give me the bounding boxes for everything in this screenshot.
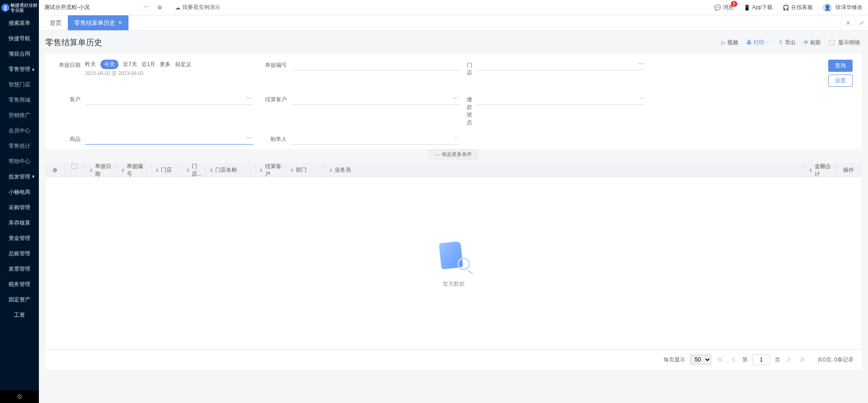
filter-maker: 制单人 ﹀ (261, 134, 467, 145)
filter-label-maker: 制单人 (261, 134, 291, 143)
filter-label-settlecust: 结算客户 (261, 94, 291, 103)
per-page-select[interactable]: 50 (690, 354, 711, 365)
video-button[interactable]: ▷视频 (721, 39, 738, 47)
docno-input[interactable] (291, 60, 460, 70)
process-selector[interactable]: 测试分开流程-小况 ﹀ (44, 4, 149, 11)
refresh-button[interactable]: ⟳刷新 (804, 39, 821, 47)
sidebar-item-project[interactable]: 项目合同 (0, 46, 39, 61)
date-tags: 昨天 今天 近7天 近1月 更多 自定义 (85, 60, 253, 69)
customer-input[interactable]: ⋯ (85, 94, 253, 105)
date-tag-last1m[interactable]: 近1月 (142, 61, 156, 68)
user-menu[interactable]: 👤 徐泽华修改 (823, 3, 863, 12)
page-prefix: 第 (742, 356, 748, 364)
maker-input[interactable]: ﹀ (291, 134, 460, 145)
sidebar-item-fixed-asset[interactable]: 固定资产 (0, 292, 39, 307)
th-amount[interactable]: ▲▼金额合计 (805, 164, 836, 177)
play-icon: ▷ (721, 39, 726, 46)
table-head: ⚙ ▲▼单据日期 ▲▼单据编号 ▲▼门店 ▲▼门店... ▲▼门店名称 ▲▼结算… (46, 164, 861, 177)
th-docno[interactable]: ▲▼单据编号 (117, 164, 152, 177)
last-page-icon[interactable] (797, 357, 806, 362)
close-icon[interactable]: ✕ (118, 20, 122, 26)
export-button[interactable]: ⇪导出 (778, 39, 796, 47)
search-button[interactable]: 查询 (828, 60, 853, 72)
sidebar-item-ledger[interactable]: 总账管理 (0, 246, 39, 261)
th-settle-customer[interactable]: ▲▼结算客户 (256, 164, 286, 177)
sidebar-item-search[interactable]: 搜索菜单 (0, 15, 39, 31)
th-store-name[interactable]: ▲▼门店名称 (206, 164, 256, 177)
first-page-icon[interactable] (716, 357, 725, 362)
settings-button[interactable]: 设置 (828, 75, 853, 87)
th-store-ext[interactable]: ▲▼门店... (182, 164, 206, 177)
show-detail-toggle[interactable]: 显示明细 (829, 39, 860, 47)
sidebar-item-inventory[interactable]: 库存核算 (0, 215, 39, 230)
online-service-button[interactable]: 🎧 在线客服 (783, 4, 813, 11)
chevron-down-icon: ﹀ (766, 40, 770, 46)
page-suffix: 页 (775, 356, 780, 364)
sort-icon: ▲▼ (329, 168, 333, 173)
tab-home[interactable]: 首页 (43, 15, 68, 30)
filter-settle-customer: 结算客户 ⋯ (261, 94, 467, 127)
chat-icon: 💬 (714, 5, 721, 11)
chevron-down-icon[interactable]: ﹀ (640, 96, 644, 102)
filter-label-docno: 单据编号 (261, 60, 291, 69)
ellipsis-icon[interactable]: ⋯ (453, 95, 459, 101)
filter-date: 单据日期 昨天 今天 近7天 近1月 更多 自定义 2023-06-02 至 2… (54, 60, 261, 87)
page-input[interactable] (752, 354, 770, 365)
prev-page-icon[interactable] (730, 357, 738, 362)
th-store[interactable]: ▲▼门店 (152, 164, 182, 177)
export-icon: ⇪ (778, 39, 783, 46)
date-tag-more[interactable]: 更多 (160, 61, 171, 68)
th-dept[interactable]: ▲▼部门 (286, 164, 325, 177)
sidebar-sub-stats[interactable]: 零售统计 (0, 138, 39, 154)
settle-customer-input[interactable]: ⋯ (291, 94, 460, 105)
gear-icon[interactable]: ⚙ (157, 5, 162, 11)
sidebar-item-ecommerce[interactable]: 小畅电商 (0, 184, 39, 200)
message-button[interactable]: 💬 消息 8 (714, 4, 734, 11)
date-tag-last7[interactable]: 近7天 (123, 61, 137, 68)
tab-retail-settlement-history[interactable]: 零售结算单历史 ✕ (68, 15, 128, 30)
close-all-icon[interactable]: ✕ (841, 15, 854, 30)
sidebar-sub-help[interactable]: 帮助中心 (0, 154, 39, 169)
collapse-more-button[interactable]: ︿ 收起更多条件 (429, 149, 478, 159)
sidebar-sub-marketing[interactable]: 营销推广 (0, 108, 39, 123)
gear-icon[interactable]: ⚙ (17, 393, 23, 400)
sort-icon: ▲▼ (186, 168, 190, 173)
sidebar-item-salary[interactable]: 工资 (0, 307, 39, 323)
table: ⚙ ▲▼单据日期 ▲▼单据编号 ▲▼门店 ▲▼门店... ▲▼门店名称 ▲▼结算… (45, 163, 862, 349)
refund-status-input[interactable]: ﹀ (477, 94, 645, 105)
sidebar-sub-mall[interactable]: 零售商城 (0, 92, 39, 108)
ellipsis-icon[interactable]: ⋯ (247, 135, 252, 141)
th-checkbox[interactable] (65, 164, 84, 169)
app-download-button[interactable]: 📱 App下载 (744, 4, 773, 11)
ellipsis-icon[interactable]: ⋯ (247, 95, 252, 101)
print-button[interactable]: 🖶打印﹀ (746, 39, 770, 47)
sidebar-sub-smartstore[interactable]: 智慧门店 (0, 77, 39, 92)
fullscreen-icon[interactable]: ⤢ (854, 15, 868, 30)
ellipsis-icon[interactable]: ⋯ (638, 61, 644, 67)
date-tag-custom[interactable]: 自定义 (175, 61, 191, 68)
demo-text: 我要看实例演示 (182, 4, 220, 11)
sidebar-item-fund[interactable]: 资金管理 (0, 230, 39, 246)
sidebar-item-invoice[interactable]: 发票管理 (0, 261, 39, 276)
th-date[interactable]: ▲▼单据日期 (85, 164, 117, 177)
demo-link[interactable]: ☁ 我要看实例演示 (175, 4, 220, 11)
sidebar-item-purchase[interactable]: 采购管理 (0, 200, 39, 215)
pagination: 每页显示 50 第 页 共0页, 0条记录 (45, 349, 862, 370)
page-header: 零售结算单历史 ▷视频 🖶打印﹀ ⇪导出 ⟳刷新 显示明细 (39, 31, 868, 51)
headset-icon: 🎧 (783, 5, 789, 11)
sidebar-item-wholesale[interactable]: 批发管理 ▼ (0, 169, 39, 184)
sidebar-sub-member[interactable]: 会员中心 (0, 123, 39, 138)
sidebar-item-quicknav[interactable]: 快捷导航 (0, 31, 39, 46)
tabs-right: ✕ ⤢ (841, 15, 868, 30)
next-page-icon[interactable] (785, 357, 793, 362)
th-gear[interactable]: ⚙ (46, 164, 65, 177)
date-tag-today[interactable]: 今天 (100, 60, 119, 69)
date-tag-yesterday[interactable]: 昨天 (85, 61, 96, 68)
chevron-down-icon[interactable]: ﹀ (454, 136, 459, 142)
th-sales[interactable]: ▲▼业务员 (325, 164, 805, 177)
product-input[interactable]: ⋯ (85, 134, 253, 145)
store-input[interactable]: ⋯ (477, 60, 645, 70)
sidebar-item-retail[interactable]: 零售管理 ▲ (0, 61, 39, 77)
sidebar-item-tax[interactable]: 税务管理 (0, 276, 39, 292)
filter-label-store: 门店 (467, 60, 477, 77)
